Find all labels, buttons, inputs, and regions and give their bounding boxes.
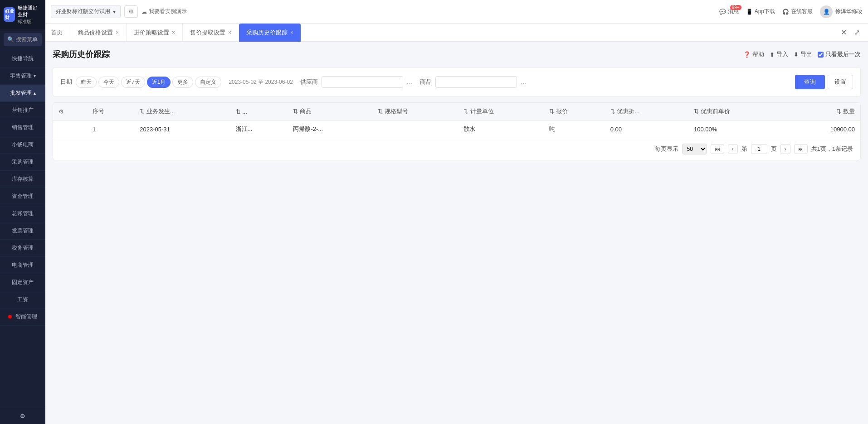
tab-strategy[interactable]: 进价策略设置 × (127, 24, 183, 42)
search-menu-button[interactable]: 🔍 搜索菜单 (4, 33, 42, 46)
search-menu-label: 搜索菜单 (16, 36, 38, 43)
export-label: 导出 (800, 50, 812, 58)
tab-expand-button[interactable]: ⤢ (851, 27, 863, 38)
import-button[interactable]: ⬆ 导入 (770, 50, 788, 58)
th-quote[interactable]: ⇅ 报价 (544, 103, 605, 120)
tabs-bar: 首页 商品价格设置 × 进价策略设置 × 售价提取设置 × 采购历史价跟踪 × … (45, 24, 868, 42)
per-page-select[interactable]: 50 100 200 (682, 144, 707, 154)
sidebar-item-ledger[interactable]: 总账管理 (0, 205, 45, 222)
user-info[interactable]: 👤 徐泽华修改 (820, 5, 863, 18)
sidebar-item-sales[interactable]: 销售管理 (0, 119, 45, 136)
user-name: 徐泽华修改 (835, 8, 863, 15)
cell-discount: 0.00 (605, 120, 688, 138)
messages-badge: 99+ (730, 5, 741, 10)
tab-sale-label: 售价提取设置 (190, 29, 225, 37)
demo-button[interactable]: ☁ 我要看实例演示 (141, 8, 187, 15)
cell-qty: 10900.00 (786, 120, 860, 138)
filter-actions: 查询 设置 (795, 75, 853, 89)
sidebar-item-wholesale[interactable]: 批发管理 ▴ (0, 85, 45, 102)
date-options: 昨天 今天 近7天 近1月 更多 自定义 (76, 77, 221, 88)
sidebar-item-assets[interactable]: 固定资产 (0, 274, 45, 291)
page-input[interactable] (751, 144, 767, 154)
prev-page-button[interactable]: ‹ (728, 144, 738, 154)
sidebar-item-invoice[interactable]: 发票管理 (0, 222, 45, 240)
th-qty[interactable]: ⇅ 数量 (786, 103, 860, 120)
th-price[interactable]: ⇅ 优惠前单价 (688, 103, 786, 120)
tab-strategy-close[interactable]: × (172, 29, 175, 36)
th-date[interactable]: ⇅ 业务发生... (134, 103, 230, 120)
tab-purchase[interactable]: 采购历史价跟踪 × (239, 24, 301, 42)
sidebar-item-inventory[interactable]: 库存核算 (0, 171, 45, 188)
date-1month-btn[interactable]: 近1月 (147, 77, 171, 88)
th-goods[interactable]: ⇅ 商品 (288, 103, 372, 120)
sidebar-item-tax[interactable]: 税务管理 (0, 240, 45, 257)
message-icon: 💬 (719, 9, 726, 15)
page-title: 采购历史价跟踪 (53, 49, 110, 60)
sidebar-item-marketing[interactable]: 营销推广 (0, 102, 45, 119)
tab-purchase-close[interactable]: × (290, 29, 293, 36)
topbar-settings-button[interactable]: ⚙ (124, 5, 138, 18)
goods-ellipsis[interactable]: ... (521, 78, 527, 86)
only-last-checkbox[interactable] (818, 52, 824, 58)
query-button[interactable]: 查询 (795, 75, 825, 89)
content-area: 采购历史价跟踪 ❓ 帮助 ⬆ 导入 ⬇ 导出 只看最后一次 (45, 42, 868, 424)
sidebar-item-finance[interactable]: 资金管理 (0, 188, 45, 205)
supplier-input[interactable] (322, 76, 403, 88)
sort-icon: ⇅ (694, 108, 699, 115)
online-service-button[interactable]: 🎧 在线客服 (782, 8, 813, 15)
sidebar-item-payroll[interactable]: 工资 (0, 291, 45, 308)
help-icon: ❓ (743, 51, 751, 58)
date-7days-btn[interactable]: 近7天 (121, 77, 145, 88)
logo-text: 畅捷通好业财 (18, 5, 42, 19)
tab-price-close[interactable]: × (116, 29, 119, 36)
page-header: 采购历史价跟踪 ❓ 帮助 ⬆ 导入 ⬇ 导出 只看最后一次 (53, 49, 861, 60)
tab-home[interactable]: 首页 (51, 24, 70, 42)
supplier-filter-group: 供应商 ... (300, 76, 413, 88)
th-settings[interactable]: ⚙ (53, 103, 87, 120)
date-today-btn[interactable]: 今天 (98, 77, 119, 88)
supplier-label: 供应商 (300, 78, 318, 86)
th-extra[interactable]: ⇅ ... (230, 103, 288, 120)
tab-home-label: 首页 (51, 29, 63, 37)
logo-icon: 好业财 (4, 7, 15, 22)
date-yesterday-btn[interactable]: 昨天 (76, 77, 97, 88)
version-select[interactable]: 好业财标准版交付试用 ▾ (51, 5, 121, 18)
date-more-btn[interactable]: 更多 (172, 77, 193, 88)
demo-label: 我要看实例演示 (149, 8, 187, 15)
sidebar-item-nav[interactable]: 快捷导航 (0, 50, 45, 67)
sidebar-item-ecom-small[interactable]: 小畅电商 (0, 136, 45, 154)
sidebar-item-ecom[interactable]: 电商管理 (0, 257, 45, 274)
tab-sale-close[interactable]: × (228, 29, 231, 36)
th-discount[interactable]: ⇅ 优惠折... (605, 103, 688, 120)
inventory-label: 库存核算 (12, 175, 34, 183)
tab-price[interactable]: 商品价格设置 × (70, 24, 127, 42)
sort-icon: ⇅ (836, 108, 841, 115)
nav-label: 快捷导航 (12, 55, 34, 63)
tab-close-window-button[interactable]: ✕ (838, 27, 849, 38)
tab-sale[interactable]: 售价提取设置 × (183, 24, 239, 42)
help-button[interactable]: ❓ 帮助 (743, 50, 764, 58)
goods-input[interactable] (435, 76, 517, 88)
only-last-label: 只看最后一次 (825, 50, 861, 58)
table-body: 1 2023-05-31 浙江... 丙烯酸-2-... 散水 吨 0.00 1… (53, 120, 860, 138)
date-filter-group: 日期 昨天 今天 近7天 近1月 更多 自定义 2023-05-02 至 202… (60, 77, 293, 88)
date-custom-btn[interactable]: 自定义 (195, 77, 221, 88)
export-button[interactable]: ⬇ 导出 (794, 50, 812, 58)
next-page-button[interactable]: › (780, 144, 790, 154)
app-download-button[interactable]: 📱 App下载 (746, 8, 775, 15)
filter-settings-button[interactable]: 设置 (828, 75, 853, 89)
sidebar-item-smart[interactable]: 智能管理 (0, 308, 45, 326)
sidebar-item-retail[interactable]: 零售管理 ▾ (0, 67, 45, 85)
gear-icon: ⚙ (128, 8, 134, 15)
sidebar-item-purchase[interactable]: 采购管理 (0, 154, 45, 171)
last-page-button[interactable]: ⏭ (794, 144, 808, 154)
first-page-button[interactable]: ⏮ (711, 144, 724, 154)
supplier-ellipsis[interactable]: ... (407, 78, 413, 86)
th-spec[interactable]: ⇅ 规格型号 (372, 103, 458, 120)
filter-row: 日期 昨天 今天 近7天 近1月 更多 自定义 2023-05-02 至 202… (60, 75, 853, 89)
sidebar-settings-bottom[interactable]: ⚙ (0, 408, 45, 424)
th-unit[interactable]: ⇅ 计量单位 (458, 103, 544, 120)
only-last-checkbox-label[interactable]: 只看最后一次 (818, 50, 861, 58)
tax-label: 税务管理 (12, 244, 34, 252)
messages-button[interactable]: 💬 消息 99+ (719, 8, 739, 15)
